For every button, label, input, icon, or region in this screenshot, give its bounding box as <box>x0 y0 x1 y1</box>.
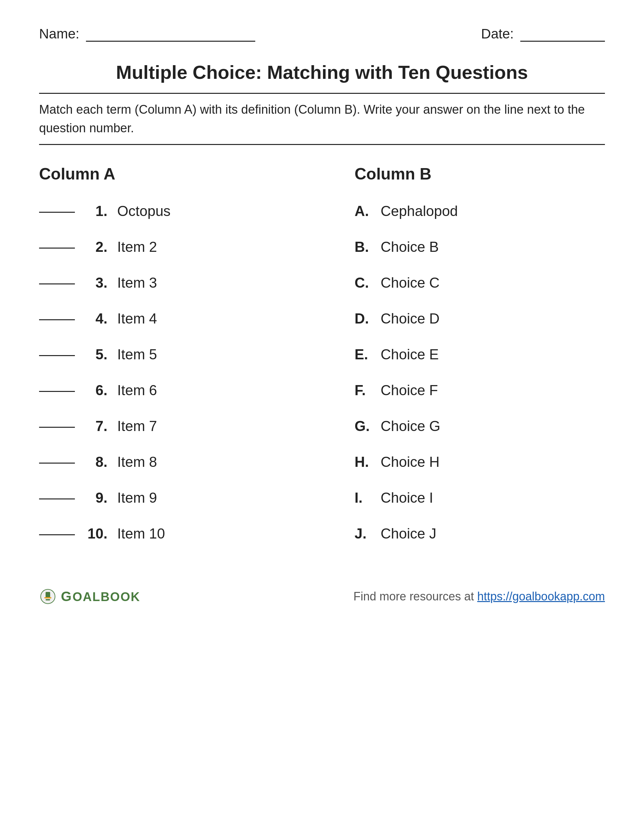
item-text: Item 4 <box>117 310 157 327</box>
date-line[interactable] <box>520 39 605 42</box>
name-section: Name: <box>39 26 255 42</box>
item-text: Item 9 <box>117 490 157 506</box>
date-section: Date: <box>481 26 605 42</box>
choice-letter: E. <box>355 346 371 363</box>
logo-rest-text: OALBOOK <box>73 590 140 604</box>
matching-row: 2.Item 2B.Choice B <box>39 229 605 265</box>
col-b-item: H.Choice H <box>322 454 605 470</box>
answer-line[interactable] <box>39 281 75 284</box>
col-a-item: 4.Item 4 <box>39 310 322 327</box>
answer-line[interactable] <box>39 460 75 464</box>
choice-text: Choice G <box>381 418 440 434</box>
col-a-item: 7.Item 7 <box>39 418 322 434</box>
title-divider <box>39 93 605 94</box>
item-number: 4. <box>85 310 107 327</box>
col-a-item: 8.Item 8 <box>39 454 322 470</box>
instructions-box: Match each term (Column A) with its defi… <box>39 100 605 145</box>
column-a-header: Column A <box>39 165 322 183</box>
col-b-item: D.Choice D <box>322 310 605 327</box>
col-a-item: 6.Item 6 <box>39 382 322 398</box>
matching-row: 3.Item 3C.Choice C <box>39 265 605 301</box>
answer-line[interactable] <box>39 353 75 356</box>
instructions-text: Match each term (Column A) with its defi… <box>39 100 605 137</box>
matching-row: 8.Item 8H.Choice H <box>39 444 605 480</box>
col-a-item: 10.Item 10 <box>39 525 322 542</box>
answer-line[interactable] <box>39 496 75 499</box>
answer-line[interactable] <box>39 210 75 213</box>
matching-rows: 1.OctopusA.Cephalopod2.Item 2B.Choice B3… <box>39 193 605 551</box>
choice-text: Choice H <box>381 454 439 470</box>
choice-letter: C. <box>355 275 371 291</box>
col-b-item: J.Choice J <box>322 525 605 542</box>
footer-link-section: Find more resources at https://goalbooka… <box>353 590 605 603</box>
col-a-item: 2.Item 2 <box>39 239 322 255</box>
footer: GOALBOOK Find more resources at https://… <box>39 578 605 605</box>
matching-row: 6.Item 6F.Choice F <box>39 372 605 408</box>
header-section: Name: Date: <box>39 26 605 42</box>
col-b-item: E.Choice E <box>322 346 605 363</box>
answer-line[interactable] <box>39 389 75 392</box>
item-number: 5. <box>85 346 107 363</box>
item-number: 3. <box>85 275 107 291</box>
col-b-item: I.Choice I <box>322 490 605 506</box>
choice-letter: A. <box>355 203 371 219</box>
item-text: Item 3 <box>117 275 157 291</box>
choice-letter: I. <box>355 490 371 506</box>
matching-row: 1.OctopusA.Cephalopod <box>39 193 605 229</box>
choice-letter: D. <box>355 310 371 327</box>
col-b-item: C.Choice C <box>322 275 605 291</box>
item-text: Item 7 <box>117 418 157 434</box>
choice-letter: B. <box>355 239 371 255</box>
col-a-item: 1.Octopus <box>39 203 322 219</box>
choice-text: Choice C <box>381 275 439 291</box>
answer-line[interactable] <box>39 317 75 320</box>
item-number: 10. <box>85 525 107 542</box>
item-number: 1. <box>85 203 107 219</box>
item-number: 9. <box>85 490 107 506</box>
goalbook-logo-icon <box>39 587 57 605</box>
choice-letter: J. <box>355 525 371 542</box>
choice-text: Choice J <box>381 525 436 542</box>
answer-line[interactable] <box>39 245 75 249</box>
goalbook-link[interactable]: https://goalbookapp.com <box>477 590 605 603</box>
title-section: Multiple Choice: Matching with Ten Quest… <box>39 61 605 83</box>
item-number: 6. <box>85 382 107 398</box>
choice-text: Choice D <box>381 310 439 327</box>
col-b-item: B.Choice B <box>322 239 605 255</box>
item-text: Item 5 <box>117 346 157 363</box>
col-b-item: F.Choice F <box>322 382 605 398</box>
choice-text: Choice F <box>381 382 438 398</box>
columns-header: Column A Column B <box>39 165 605 183</box>
item-number: 8. <box>85 454 107 470</box>
logo-text: GOALBOOK <box>61 589 140 604</box>
choice-text: Choice B <box>381 239 439 255</box>
matching-row: 5.Item 5E.Choice E <box>39 336 605 372</box>
goalbook-logo: GOALBOOK <box>39 587 140 605</box>
item-number: 7. <box>85 418 107 434</box>
find-more-text: Find more resources at <box>353 590 477 603</box>
col-b-item: A.Cephalopod <box>322 203 605 219</box>
choice-letter: G. <box>355 418 371 434</box>
choice-letter: F. <box>355 382 371 398</box>
col-b-item: G.Choice G <box>322 418 605 434</box>
name-line[interactable] <box>86 39 255 42</box>
page-title: Multiple Choice: Matching with Ten Quest… <box>39 61 605 83</box>
item-number: 2. <box>85 239 107 255</box>
choice-letter: H. <box>355 454 371 470</box>
svg-rect-1 <box>45 592 50 598</box>
svg-rect-2 <box>44 597 52 598</box>
matching-row: 4.Item 4D.Choice D <box>39 301 605 336</box>
matching-row: 10.Item 10J.Choice J <box>39 516 605 551</box>
name-label: Name: <box>39 26 79 42</box>
svg-rect-3 <box>45 599 50 600</box>
matching-row: 7.Item 7G.Choice G <box>39 408 605 444</box>
col-a-item: 3.Item 3 <box>39 275 322 291</box>
col-a-item: 5.Item 5 <box>39 346 322 363</box>
answer-line[interactable] <box>39 425 75 428</box>
item-text: Item 8 <box>117 454 157 470</box>
choice-text: Cephalopod <box>381 203 458 219</box>
choice-text: Choice I <box>381 490 433 506</box>
answer-line[interactable] <box>39 532 75 535</box>
item-text: Item 6 <box>117 382 157 398</box>
column-b-header: Column B <box>322 165 605 183</box>
